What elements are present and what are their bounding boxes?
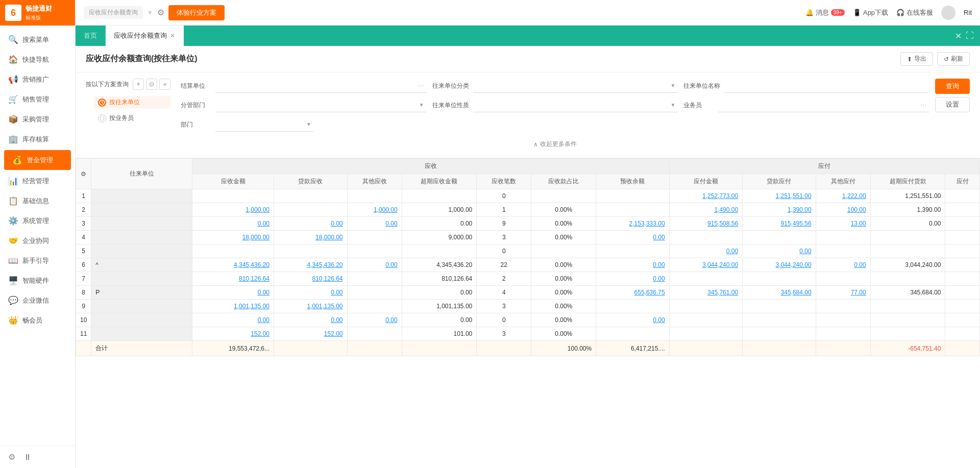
sidebar-item-finance[interactable]: 💰 资金管理 <box>4 150 71 170</box>
sidebar-item-member[interactable]: 👑 畅会员 <box>0 310 75 330</box>
cell-link[interactable]: 1,001,135.00 <box>307 303 342 310</box>
th-gear[interactable]: ⚙ <box>76 159 91 189</box>
department-input[interactable]: ▼ <box>215 117 313 132</box>
add-scheme-btn[interactable]: + <box>133 79 144 90</box>
cell-link[interactable]: 77.00 <box>851 289 866 296</box>
filter-row-3: 部门 ▼ <box>181 117 929 132</box>
cell-link[interactable]: 655,636.75 <box>634 289 665 296</box>
filter-option-partner[interactable]: 按往来单位 <box>94 96 170 109</box>
user-avatar[interactable] <box>941 6 955 20</box>
edit-scheme-btn[interactable]: ⊙ <box>146 79 157 90</box>
tab-close-btn[interactable]: ✕ <box>170 32 175 39</box>
cell-link[interactable]: 4,345,436.20 <box>234 261 270 268</box>
cell-link[interactable]: 1,252,773.00 <box>702 192 738 200</box>
cell-link[interactable]: 810,126.64 <box>312 275 342 282</box>
cell-link[interactable]: 1,490.00 <box>714 206 738 213</box>
cell-link[interactable]: 3,044,240.00 <box>702 261 738 268</box>
cell-link[interactable]: 100.00 <box>847 206 866 213</box>
cell-link[interactable]: 0.00 <box>854 261 866 268</box>
settlement-unit-input[interactable]: ··· <box>215 79 426 93</box>
cell-link[interactable]: 0.00 <box>653 316 665 324</box>
sidebar-item-hardware[interactable]: 🖥️ 智能硬件 <box>0 270 75 290</box>
sidebar-item-inventory[interactable]: 🏢 库存核算 <box>0 129 75 149</box>
gear-icon[interactable]: ⚙ <box>8 452 15 462</box>
cell-link[interactable]: 0.00 <box>726 248 738 255</box>
cell-link[interactable]: 4,345,436.20 <box>307 261 342 268</box>
cell-link[interactable]: 1,001,135.00 <box>234 303 270 310</box>
filter-option-salesperson[interactable]: 按业务员 <box>94 112 170 125</box>
maximize-icon[interactable]: ⛶ <box>966 31 974 40</box>
sidebar-item-marketing[interactable]: 📢 营销推广 <box>0 69 75 89</box>
cell-link[interactable]: 0.00 <box>653 275 665 282</box>
partner-nature-input[interactable]: ▼ <box>473 98 678 112</box>
cell-link[interactable]: 18,000.00 <box>242 234 270 241</box>
logo-icon: 6 <box>5 5 21 21</box>
sidebar-item-operations[interactable]: 📊 经营管理 <box>0 171 75 191</box>
cell-link[interactable]: 2,153,333.00 <box>629 220 665 227</box>
settings-icon[interactable]: ⚙ <box>157 8 164 17</box>
tab-home[interactable]: 首页 <box>76 26 106 46</box>
tab-receivable[interactable]: 应收应付余额查询 ✕ <box>106 26 184 46</box>
department-field: 部门 ▼ <box>181 117 313 132</box>
sidebar-item-guide[interactable]: 📖 新手引导 <box>0 251 75 270</box>
query-btn[interactable]: 查询 <box>935 79 970 94</box>
cell-link[interactable]: 0.00 <box>385 220 397 227</box>
user-name[interactable]: Rit <box>964 9 972 16</box>
page-actions: ⬆ 导出 ↺ 刷新 <box>900 52 970 66</box>
sidebar-item-basic[interactable]: 📋 基础信息 <box>0 191 75 211</box>
partner-name-label: 往来单位名称 <box>683 82 720 90</box>
sidebar-item-quicknav[interactable]: 🏠 快捷导航 <box>0 50 75 69</box>
cell-link[interactable]: 0.00 <box>258 289 270 296</box>
cell-link[interactable]: 1,222.00 <box>842 192 866 200</box>
cell-link[interactable]: 0.00 <box>653 234 665 241</box>
cell-link[interactable]: 0.00 <box>799 248 811 255</box>
cell-link[interactable]: 915,508.56 <box>707 220 738 227</box>
online-service-btn[interactable]: 🎧 在线客服 <box>896 8 933 17</box>
collapse-scheme-btn[interactable]: « <box>159 79 170 90</box>
cell-link[interactable]: 152.00 <box>324 330 343 337</box>
cell-link[interactable]: 0.00 <box>331 220 342 227</box>
industry-btn[interactable]: 体验行业方案 <box>168 5 225 20</box>
sidebar-item-search[interactable]: 🔍 搜索菜单 <box>0 30 75 50</box>
cell-link[interactable]: 1,390.00 <box>788 206 812 213</box>
cell-link[interactable]: 0.00 <box>331 316 342 324</box>
cell-link[interactable]: 915,495.56 <box>781 220 812 227</box>
cell-link[interactable]: 3,044,240.00 <box>776 261 812 268</box>
collapse-icon[interactable]: ⏸ <box>23 453 32 462</box>
row-ar-ratio: 0.00% <box>531 300 596 313</box>
cell-link[interactable]: 345,761.00 <box>707 289 738 296</box>
salesperson-input[interactable]: ··· <box>718 98 929 112</box>
app-download-btn[interactable]: 📱 App下载 <box>853 8 888 17</box>
sidebar-item-wechat[interactable]: 💬 企业微信 <box>0 290 75 310</box>
sidebar-item-sales[interactable]: 🛒 销售管理 <box>0 89 75 109</box>
cell-link[interactable]: 345,684.00 <box>781 289 812 296</box>
cell-link[interactable]: 18,000.00 <box>315 234 342 241</box>
table-settings-icon[interactable]: ⚙ <box>81 170 86 178</box>
sidebar-item-corp[interactable]: 🤝 企业协同 <box>0 231 75 251</box>
cell-link[interactable]: 0.00 <box>385 261 397 268</box>
cell-link[interactable]: 0.00 <box>258 316 270 324</box>
cell-link[interactable]: 13.00 <box>851 220 866 227</box>
cell-link[interactable]: 1,000.00 <box>246 206 270 213</box>
filter-settings-btn[interactable]: 设置 <box>935 97 970 112</box>
cell-link[interactable]: 810,126.64 <box>239 275 270 282</box>
cell-link[interactable]: 0.00 <box>385 316 397 324</box>
partner-name-input[interactable] <box>724 79 929 93</box>
cell-link[interactable]: 1,000.00 <box>374 206 398 213</box>
cell-link[interactable]: 152.00 <box>251 330 270 337</box>
export-btn[interactable]: ⬆ 导出 <box>900 52 933 66</box>
close-window-icon[interactable]: ✕ <box>955 31 962 41</box>
notification-btn[interactable]: 🔔 消息 99+ <box>805 8 845 17</box>
refresh-btn[interactable]: ↺ 刷新 <box>937 52 970 66</box>
row-ap-other: 13.00 <box>816 217 870 231</box>
cell-link[interactable]: 1,251,551.00 <box>776 192 812 200</box>
collapse-btn[interactable]: ∧ 收起更多条件 <box>181 137 929 152</box>
sidebar-item-purchase[interactable]: 📦 采购管理 <box>0 109 75 129</box>
cell-link[interactable]: 0.00 <box>653 261 665 268</box>
branch-dept-input[interactable]: ▼ <box>215 98 426 112</box>
table-container[interactable]: ⚙ 往来单位 应收 应付 应收金额 贷款应收 其他应收 超期应收金额 应收笔数 … <box>76 158 980 468</box>
partner-category-input[interactable]: ▼ <box>473 79 678 93</box>
cell-link[interactable]: 0.00 <box>331 289 342 296</box>
cell-link[interactable]: 0.00 <box>258 220 270 227</box>
sidebar-item-system[interactable]: ⚙️ 系统管理 <box>0 211 75 231</box>
